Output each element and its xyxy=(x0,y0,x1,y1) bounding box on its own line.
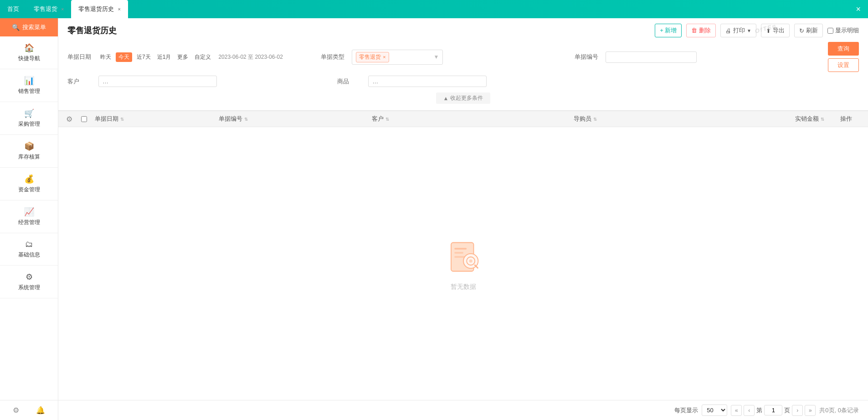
svg-point-7 xyxy=(469,259,472,262)
th-amount-label: 实销金额 xyxy=(795,115,819,123)
finance-label: 资金管理 xyxy=(18,186,40,194)
tab-close-retail-return-history[interactable]: × xyxy=(118,6,120,12)
new-button[interactable]: + 新增 xyxy=(655,24,682,37)
th-code-label: 单据编号 xyxy=(219,115,242,123)
date-option-yesterday[interactable]: 昨天 xyxy=(98,52,113,62)
page-last-button[interactable]: » xyxy=(805,405,816,416)
refresh-button[interactable]: ↻ 刷新 xyxy=(794,24,823,37)
quick-nav-label: 快捷导航 xyxy=(18,55,40,62)
show-detail-label: 显示明细 xyxy=(835,26,859,35)
page-input[interactable] xyxy=(764,405,782,415)
system-mgmt-icon: ⚙ xyxy=(26,272,33,282)
type-dropdown-icon: ▼ xyxy=(433,54,439,60)
finance-icon: 💰 xyxy=(24,174,34,184)
main-layout: 🔍 搜索菜单 🏠 快捷导航 📊 销售管理 🛒 采购管理 📦 库存核算 💰 资金管… xyxy=(0,18,868,420)
page-label: 第 xyxy=(756,406,762,415)
settings-icon[interactable]: ⚙ xyxy=(13,406,19,415)
svg-rect-2 xyxy=(454,252,463,254)
quick-nav-icon: 🏠 xyxy=(24,43,34,53)
collapse-button[interactable]: ▲ 收起更多条件 xyxy=(436,92,491,104)
page-suffix: 页 xyxy=(784,406,790,415)
operation-icon: 📈 xyxy=(24,207,34,217)
customer-filter-label: 客户 xyxy=(67,77,95,86)
sidebar: 🔍 搜索菜单 🏠 快捷导航 📊 销售管理 🛒 采购管理 📦 库存核算 💰 资金管… xyxy=(0,18,58,420)
tab-retail-return[interactable]: 零售退货× xyxy=(26,0,71,18)
purchase-mgmt-label: 采购管理 xyxy=(18,120,40,128)
setting-button[interactable]: 设置 xyxy=(828,58,859,72)
th-guide-sort-icon: ⇅ xyxy=(593,117,597,122)
search-menu-button[interactable]: 🔍 搜索菜单 xyxy=(0,18,58,36)
date-option-custom[interactable]: 自定义 xyxy=(193,52,213,62)
sidebar-item-finance[interactable]: 💰 资金管理 xyxy=(0,168,58,200)
table-container: ⚙ 单据日期 ⇅ 单据编号 ⇅ 客户 ⇅ 导购员 ⇅ xyxy=(58,111,868,420)
top-bar-right: × xyxy=(856,5,868,14)
tab-home[interactable]: 首页 xyxy=(0,0,26,18)
select-all-input[interactable] xyxy=(81,116,87,122)
inventory-label: 库存核算 xyxy=(18,153,40,161)
tab-bar: 首页零售退货×零售退货历史× xyxy=(0,0,856,18)
page-prev-button[interactable]: ‹ xyxy=(744,405,755,416)
number-filter-group: 单据编号 xyxy=(575,51,819,63)
th-action-label: 操作 xyxy=(840,115,852,123)
print-icon: 🖨 xyxy=(725,27,731,34)
goods-filter-label: 商品 xyxy=(337,77,365,86)
query-button[interactable]: 查询 xyxy=(828,42,859,56)
type-tag-close-button[interactable]: × xyxy=(383,54,385,60)
date-option-more[interactable]: 更多 xyxy=(175,52,190,62)
tab-retail-return-history[interactable]: 零售退货历史× xyxy=(71,0,128,18)
svg-rect-1 xyxy=(454,248,467,250)
table-select-all-checkbox[interactable] xyxy=(77,116,91,122)
date-option-last7[interactable]: 近7天 xyxy=(135,52,153,62)
basic-info-label: 基础信息 xyxy=(18,251,40,259)
collapse-row: ▲ 收起更多条件 xyxy=(67,91,859,106)
window-close-button[interactable]: × xyxy=(856,5,861,14)
filter-area: 单据日期 昨天 今天 近7天 近1月 更多 自定义 2023-06-02 至 2… xyxy=(67,42,859,110)
page-header: 零售退货历史 + 新增 🗑 删除 🖨 🖨 打印 打印 ▼ ⬆ 导出 xyxy=(58,18,868,111)
content-area: 零售退货历史 + 新增 🗑 删除 🖨 🖨 打印 打印 ▼ ⬆ 导出 xyxy=(58,18,868,420)
sidebar-item-operation[interactable]: 📈 经营管理 xyxy=(0,200,58,233)
goods-filter-input[interactable] xyxy=(368,76,487,87)
number-filter-input[interactable] xyxy=(606,51,697,63)
purchase-mgmt-icon: 🛒 xyxy=(24,108,34,118)
search-icon: 🔍 xyxy=(12,24,20,31)
show-detail-checkbox[interactable]: 显示明细 xyxy=(827,26,859,35)
sidebar-item-inventory[interactable]: 📦 库存核算 xyxy=(0,135,58,168)
date-option-today[interactable]: 今天 xyxy=(116,52,132,62)
query-buttons: 查询 设置 xyxy=(828,42,859,72)
show-detail-input[interactable] xyxy=(827,28,833,34)
volume-icon[interactable]: 🔔 xyxy=(36,406,45,415)
th-customer-label: 客户 xyxy=(372,115,384,123)
page-title: 零售退货历史 xyxy=(67,25,117,36)
th-date-sort-icon: ⇅ xyxy=(120,117,124,122)
print-button[interactable]: 🖨 🖨 打印 打印 ▼ xyxy=(720,24,756,37)
table-settings-icon[interactable]: ⚙ xyxy=(62,115,77,123)
date-option-last1m[interactable]: 近1月 xyxy=(155,52,173,62)
delete-button[interactable]: 🗑 删除 xyxy=(686,24,716,37)
customer-filter-input[interactable] xyxy=(98,76,217,87)
th-amount[interactable]: 实销金额 ⇅ xyxy=(724,115,828,123)
page-first-button[interactable]: « xyxy=(731,405,742,416)
th-code[interactable]: 单据编号 ⇅ xyxy=(215,115,368,123)
empty-icon xyxy=(443,236,484,277)
sidebar-item-sales-mgmt[interactable]: 📊 销售管理 xyxy=(0,69,58,102)
export-button[interactable]: ⬆ 导出 xyxy=(761,24,790,37)
th-guide[interactable]: 导购员 ⇅ xyxy=(570,115,723,123)
th-guide-label: 导购员 xyxy=(574,115,591,123)
empty-text: 暂无数据 xyxy=(451,283,476,291)
sidebar-items: 🏠 快捷导航 📊 销售管理 🛒 采购管理 📦 库存核算 💰 资金管理 📈 经营管… xyxy=(0,36,58,400)
page-next-button[interactable]: › xyxy=(792,405,803,416)
search-menu-label: 搜索菜单 xyxy=(22,23,46,31)
th-date[interactable]: 单据日期 ⇅ xyxy=(91,115,215,123)
sidebar-item-purchase-mgmt[interactable]: 🛒 采购管理 xyxy=(0,102,58,135)
goods-filter-group: 商品 xyxy=(337,76,859,87)
sidebar-item-basic-info[interactable]: 🗂 基础信息 xyxy=(0,233,58,266)
sidebar-item-quick-nav[interactable]: 🏠 快捷导航 xyxy=(0,36,58,69)
th-customer[interactable]: 客户 ⇅ xyxy=(368,115,570,123)
tab-close-retail-return[interactable]: × xyxy=(61,6,64,12)
type-filter-select[interactable]: 零售退货 × ▼ xyxy=(352,50,443,65)
sidebar-item-system-mgmt[interactable]: ⚙ 系统管理 xyxy=(0,266,58,298)
number-filter-label: 单据编号 xyxy=(575,53,602,61)
page-size-select[interactable]: 20 50 100 xyxy=(702,405,727,416)
date-filter-label: 单据日期 xyxy=(67,53,95,61)
page-nav: « ‹ 第 页 › » xyxy=(731,405,816,416)
